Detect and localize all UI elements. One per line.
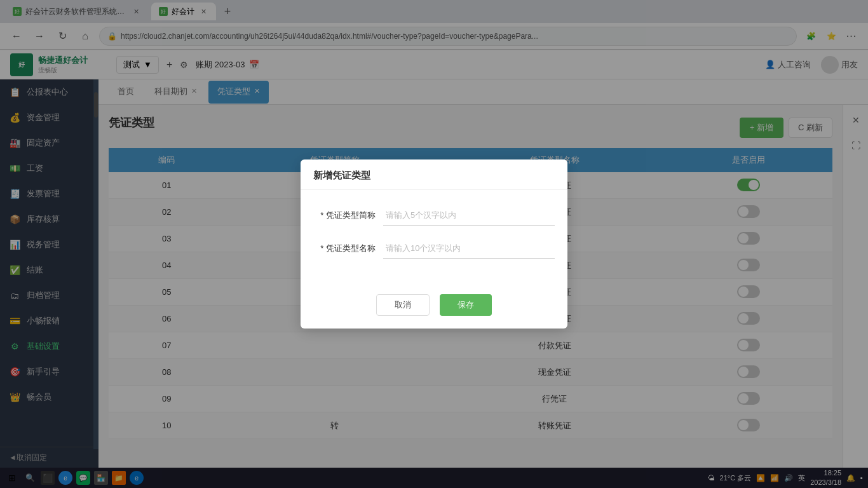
new-voucher-modal: 新增凭证类型 * 凭证类型简称 * 凭证类型名称 取消 保存	[301, 159, 567, 329]
fullname-label: * 凭证类型名称	[313, 243, 383, 254]
shortname-label: * 凭证类型简称	[313, 210, 383, 221]
modal-overlay: 新增凭证类型 * 凭证类型简称 * 凭证类型名称 取消 保存	[0, 0, 868, 488]
cancel-button[interactable]: 取消	[376, 294, 430, 316]
fullname-input[interactable]	[383, 238, 555, 259]
shortname-input[interactable]	[383, 205, 555, 226]
modal-title: 新增凭证类型	[301, 159, 567, 190]
save-button[interactable]: 保存	[440, 294, 492, 316]
